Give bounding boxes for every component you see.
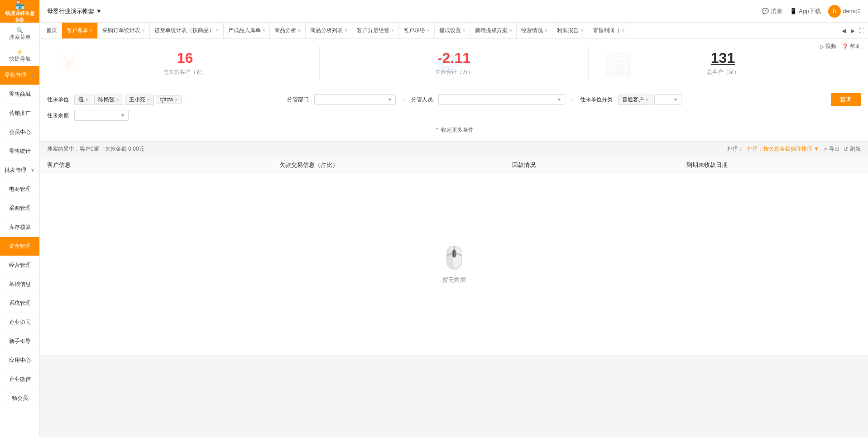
sidebar-item-system[interactable]: 系统管理: [0, 294, 39, 313]
topbar-right: 💬 消息 📱 App下载 D demo2: [762, 5, 861, 18]
message-icon: 💬: [762, 8, 769, 14]
dept-select[interactable]: [314, 94, 396, 105]
close-tab-cost[interactable]: ×: [263, 28, 265, 33]
basic-info-label: 基础信息: [9, 280, 31, 288]
topbar-left: 母婴行业演示帐套 ▼: [47, 7, 102, 15]
remove-tag-unit1[interactable]: ×: [86, 97, 88, 102]
unit-class-select[interactable]: [654, 94, 681, 105]
person-expand-icon[interactable]: ···: [571, 97, 575, 102]
sidebar-item-operation-mgmt[interactable]: 经营管理: [0, 256, 39, 275]
sidebar-item-vip-member[interactable]: 畅会员: [0, 389, 39, 408]
stat-total-customers: 🏢 131 总客户（家）: [589, 46, 857, 80]
sidebar-item-app-center[interactable]: 应用中心: [0, 351, 39, 370]
tab-customer[interactable]: 客户账本 ×: [62, 23, 98, 39]
close-tab-product[interactable]: ×: [298, 28, 301, 33]
sidebar-item-retail-stats[interactable]: 零售统计: [0, 142, 39, 161]
remove-tag-unit3[interactable]: ×: [147, 97, 150, 102]
stat-debt-amount: 💠 -2.11 欠款合计（万）: [320, 46, 589, 80]
dept-filter-label: 分管部门: [287, 96, 309, 104]
sidebar-item-basic-info[interactable]: 基础信息: [0, 275, 39, 294]
sidebar-item-retail-mall[interactable]: 零售商城: [0, 85, 39, 104]
close-tab-tier[interactable]: ×: [391, 28, 394, 33]
sidebar-item-finance[interactable]: 资金管理: [0, 237, 39, 256]
debt-customers-value: 16: [177, 50, 193, 66]
person-select[interactable]: [438, 94, 565, 105]
filter-tag-unit1[interactable]: 伍 ×: [74, 95, 92, 105]
sidebar-item-new-user[interactable]: 新手引导: [0, 332, 39, 351]
app-download-button[interactable]: 📱 App下载: [790, 7, 821, 15]
message-button[interactable]: 💬 消息: [762, 7, 782, 15]
wholesale-label: 批发管理: [5, 166, 26, 174]
sidebar-item-quick-nav[interactable]: ⚡ 快捷导航: [0, 46, 39, 66]
tab-new-tips[interactable]: 新增提成方案 ×: [470, 23, 517, 39]
filter-row-2: 往来余额: [47, 110, 861, 121]
close-tab-customer[interactable]: ×: [90, 28, 93, 33]
tabbar: 首页 客户账本 × 采购订单统计表 × 进货单统计表（按商品） × 产成品入库单…: [40, 23, 868, 39]
close-tab-new-tips[interactable]: ×: [509, 28, 512, 33]
tab-product-analysis[interactable]: 商品分析 ×: [270, 23, 306, 39]
filter-tag-more[interactable]: ...: [183, 95, 195, 104]
sort-select[interactable]: 排序：按欠款金额倒序排序 ▼: [747, 145, 819, 153]
close-tab-retail-profit[interactable]: ×: [622, 28, 624, 33]
sidebar-item-search[interactable]: 🔍 搜索菜单: [0, 23, 39, 46]
user-avatar-button[interactable]: D demo2: [828, 5, 861, 18]
filter-tag-unit-class[interactable]: 普通客户 ×: [618, 95, 652, 105]
tab-tips-settings[interactable]: 提成设置 ×: [435, 23, 470, 39]
close-tab-profit[interactable]: ×: [580, 28, 583, 33]
stat-total-debt-customers: ¥ 16 总欠款客户（家）: [51, 46, 320, 80]
sidebar-nav-label: 快捷导航: [4, 55, 36, 63]
sidebar-item-inventory[interactable]: 库存核算: [0, 218, 39, 237]
tab-customer-tier[interactable]: 客户分层经营 ×: [352, 23, 399, 39]
sidebar-item-wechat[interactable]: 企业微信: [0, 370, 39, 389]
filter-tag-unit3[interactable]: 王小亮 ×: [125, 95, 154, 105]
search-icon: 🔍: [4, 27, 36, 33]
remove-tag-unit4[interactable]: ×: [175, 97, 178, 102]
query-button[interactable]: 查询: [831, 93, 861, 106]
tab-product-analysis-list[interactable]: 商品分析列表 ×: [306, 23, 352, 39]
filter-tag-unit2[interactable]: 陈民强 ×: [94, 95, 123, 105]
tab-customer-contact[interactable]: 客户联络 ×: [399, 23, 435, 39]
close-tab-product-list[interactable]: ×: [345, 28, 347, 33]
tab-retail-profit[interactable]: 零售利润（ ×: [588, 23, 629, 39]
sidebar-item-member[interactable]: 会员中心: [0, 123, 39, 142]
dept-expand-icon[interactable]: ···: [401, 97, 405, 102]
tab-operation[interactable]: 经营情况 ×: [517, 23, 552, 39]
close-tab-tips[interactable]: ×: [463, 28, 465, 33]
sidebar-item-enterprise[interactable]: 企业协同: [0, 313, 39, 332]
close-tab-inbound[interactable]: ×: [216, 28, 219, 33]
balance-select[interactable]: [74, 110, 129, 121]
collapse-button[interactable]: ⌃ 收起更多条件: [433, 124, 475, 136]
close-tab-purchase[interactable]: ×: [142, 28, 145, 33]
tab-home[interactable]: 首页: [42, 23, 62, 39]
tab-next-arrow[interactable]: ▶: [848, 26, 857, 35]
sidebar-item-purchase[interactable]: 采购管理: [0, 199, 39, 218]
store-selector[interactable]: 母婴行业演示帐套 ▼: [47, 7, 102, 15]
refresh-icon: ↺: [844, 146, 848, 152]
tab-purchase-order[interactable]: 采购订单统计表 ×: [98, 23, 150, 39]
close-tab-contact[interactable]: ×: [427, 28, 430, 33]
sidebar-item-ecommerce[interactable]: 电商管理: [0, 180, 39, 199]
marketing-label: 营销推广: [9, 109, 31, 117]
filter-tag-unit4[interactable]: cjttcw ×: [156, 95, 182, 104]
debt-customers-label: 总欠款客户（家）: [163, 68, 207, 76]
tab-cost-inbound[interactable]: 产成品入库单 ×: [224, 23, 270, 39]
sidebar-item-wholesale[interactable]: 批发管理 ▼: [0, 161, 39, 180]
retail-label: 零售管理: [5, 71, 26, 79]
sidebar-item-marketing[interactable]: 营销推广: [0, 104, 39, 123]
close-tab-operation[interactable]: ×: [545, 28, 547, 33]
wechat-label: 企业微信: [9, 375, 31, 383]
tab-contact-label: 客户联络: [403, 27, 425, 34]
logo[interactable]: 🏪 畅捷通好生意 标版: [0, 0, 39, 23]
more-tags-icon: ...: [187, 96, 192, 103]
remove-tag-unit2[interactable]: ×: [116, 97, 119, 102]
refresh-button[interactable]: ↺ 刷新: [844, 145, 861, 153]
tab-prev-arrow[interactable]: ◀: [839, 26, 848, 35]
export-button[interactable]: ↗ 导出: [823, 145, 840, 153]
sidebar-item-retail[interactable]: 零售管理 ▼: [0, 66, 39, 85]
page-content: ▷ 视频 ❓ 帮助 ¥ 16 总欠款客户（家） 💠 -2.11 欠款合计（万）: [40, 39, 868, 437]
tab-profit-report[interactable]: 利润报告 ×: [552, 23, 588, 39]
empty-text: 暂无数据: [442, 276, 466, 284]
tab-expand-arrow[interactable]: ⛶: [857, 26, 866, 35]
tab-inbound-stats[interactable]: 进货单统计表（按商品） ×: [150, 23, 224, 39]
remove-unit-class[interactable]: ×: [646, 97, 648, 102]
